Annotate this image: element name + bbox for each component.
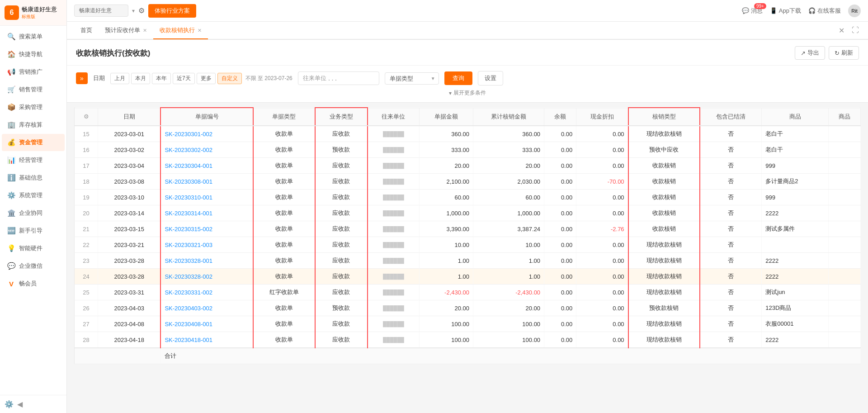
date-filter-label: 日期 [93, 74, 105, 82]
new-icon: 🆕 [7, 227, 15, 235]
message-button[interactable]: 💬 消息 99+ [742, 7, 763, 15]
more-date-btn[interactable]: 更多 [197, 73, 216, 84]
this-year-btn[interactable]: 本年 [152, 73, 171, 84]
tab-label: 首页 [80, 26, 92, 34]
topbar-right: 💬 消息 99+ 📱 App下载 🎧 在线客服 Rit [742, 5, 861, 17]
cell-amount: -2,430.00 [420, 285, 473, 300]
sidebar-item-member[interactable]: V 畅会员 [2, 275, 65, 292]
order-type-select[interactable]: 单据类型 [385, 72, 439, 85]
cell-balance: 0.00 [544, 269, 576, 285]
tab-home[interactable]: 首页 [74, 22, 99, 39]
tab-close-icon[interactable]: ✕ [198, 28, 202, 33]
th-singleno: 单据编号 [160, 108, 253, 126]
sidebar-item-guide[interactable]: 🆕 新手引导 [2, 222, 65, 239]
cell-goodsmore [828, 174, 860, 190]
query-button[interactable]: 查询 [444, 71, 472, 85]
sidebar-item-quicknav[interactable]: 🏠 快捷导航 [2, 46, 65, 63]
cell-includeclosed: 否 [700, 126, 761, 142]
order-type-select-wrapper: 单据类型 [385, 72, 439, 85]
sidebar-item-marketing[interactable]: 📢 营销推广 [2, 63, 65, 81]
cell-singletype: 红字收款单 [253, 285, 315, 300]
cell-closetype: 收款核销 [628, 190, 700, 205]
sidebar-item-finance[interactable]: 💰 资金管理 [2, 134, 65, 151]
cell-singleno[interactable]: SK-20230408-001 [160, 316, 253, 332]
export-button[interactable]: ↗ 导出 [795, 46, 825, 60]
cell-singleno[interactable]: SK-20230304-001 [160, 158, 253, 174]
settings-bottom-icon[interactable]: ⚙️ [5, 400, 14, 408]
sidebar-item-operations[interactable]: 📊 经营管理 [2, 152, 65, 169]
last7days-btn[interactable]: 近7天 [173, 73, 195, 84]
cart-icon: 🛒 [7, 85, 15, 94]
filter-row: » 日期 上月 本月 本年 近7天 更多 自定义 不限 至 2023-07-26… [76, 71, 859, 85]
cell-singleno[interactable]: SK-20230418-001 [160, 332, 253, 348]
sidebar-item-basic[interactable]: ℹ️ 基础信息 [2, 169, 65, 186]
main-area: 畅康道好生意 ▾ ⚙ 体验行业方案 💬 消息 99+ 📱 App下载 🎧 在线客… [67, 0, 868, 413]
cell-includeclosed: 否 [700, 332, 761, 348]
cell-index: 28 [75, 332, 98, 348]
tab-close-window-icon[interactable]: ✕ [837, 24, 846, 37]
filter-expand-button[interactable]: » [76, 72, 88, 84]
cell-date: 2023-03-01 [98, 126, 161, 142]
brand-selector[interactable]: 畅康道好生意 [74, 5, 128, 17]
sidebar-item-system[interactable]: ⚙️ 系统管理 [2, 187, 65, 204]
sidebar-item-label: 销售管理 [19, 85, 42, 94]
collapse-icon[interactable]: ◀ [17, 400, 23, 408]
cell-singleno[interactable]: SK-20230301-002 [160, 126, 253, 142]
settings-icon[interactable]: ⚙ [84, 113, 89, 120]
table-footer: 合计 [75, 348, 861, 364]
cell-singleno[interactable]: SK-20230302-002 [160, 142, 253, 158]
this-month-btn[interactable]: 本月 [131, 73, 150, 84]
tab-prereceipt[interactable]: 预计应收付单 ✕ [99, 22, 153, 39]
customer-filter-input[interactable]: 往来单位 ... [298, 71, 379, 85]
table-row: 272023-04-08SK-20230408-001收款单应收款██████1… [75, 316, 861, 332]
cell-balance: 0.00 [544, 126, 576, 142]
solution-button[interactable]: 体验行业方案 [148, 4, 196, 18]
table-body: 152023-03-01SK-20230301-002收款单应收款██████3… [75, 126, 861, 348]
sidebar-item-search[interactable]: 🔍 搜索菜单 [2, 28, 65, 45]
sidebar-nav: 🔍 搜索菜单 🏠 快捷导航 📢 营销推广 🛒 销售管理 📦 采购管理 🏢 库存核… [0, 26, 66, 395]
refresh-button[interactable]: ↻ 刷新 [829, 46, 859, 60]
enterprise-icon: 🏛️ [7, 209, 15, 217]
cell-singletype: 收款单 [253, 205, 315, 221]
sidebar-item-inventory[interactable]: 🏢 库存核算 [2, 116, 65, 133]
sidebar-item-purchase[interactable]: 📦 采购管理 [2, 99, 65, 116]
last-month-btn[interactable]: 上月 [110, 73, 129, 84]
cell-singleno[interactable]: SK-20230314-001 [160, 205, 253, 221]
sidebar-item-label: 资金管理 [19, 138, 42, 147]
cell-goods: 老白干 [762, 126, 829, 142]
sidebar-item-enterprise[interactable]: 🏛️ 企业协同 [2, 204, 65, 222]
cell-index: 21 [75, 221, 98, 237]
export-icon: ↗ [801, 50, 806, 57]
tab-maximize-icon[interactable]: ⛶ [850, 24, 861, 37]
cell-goodsmore [828, 237, 860, 253]
cell-biztype: 应收款 [315, 221, 368, 237]
cell-singleno[interactable]: SK-20230321-003 [160, 237, 253, 253]
table-row: 202023-03-14SK-20230314-001收款单应收款██████1… [75, 205, 861, 221]
user-avatar[interactable]: Rit [848, 5, 861, 17]
cell-cashdiscount: 0.00 [576, 269, 628, 285]
cell-singleno[interactable]: SK-20230310-001 [160, 190, 253, 205]
filter-settings-button[interactable]: 设置 [478, 71, 503, 85]
topbar: 畅康道好生意 ▾ ⚙ 体验行业方案 💬 消息 99+ 📱 App下载 🎧 在线客… [67, 0, 868, 22]
app-download-button[interactable]: 📱 App下载 [770, 7, 801, 15]
sidebar-item-wechat[interactable]: 💬 企业微信 [2, 257, 65, 275]
cell-singleno[interactable]: SK-20230331-002 [160, 285, 253, 300]
topbar-gear-icon[interactable]: ⚙ [138, 6, 145, 15]
th-settings[interactable]: ⚙ [75, 108, 98, 126]
sidebar-item-hardware[interactable]: 💡 智能硬件 [2, 240, 65, 257]
online-service-button[interactable]: 🎧 在线客服 [808, 7, 841, 15]
sidebar-item-sales[interactable]: 🛒 销售管理 [2, 81, 65, 98]
cell-singleno[interactable]: SK-20230308-001 [160, 174, 253, 190]
cell-singleno[interactable]: SK-20230328-001 [160, 253, 253, 269]
cell-singleno[interactable]: SK-20230403-002 [160, 300, 253, 316]
cell-singleno[interactable]: SK-20230328-002 [160, 269, 253, 285]
cell-singleno[interactable]: SK-20230315-002 [160, 221, 253, 237]
custom-date-btn[interactable]: 自定义 [217, 73, 242, 84]
cell-includeclosed: 否 [700, 205, 761, 221]
cell-balance: 0.00 [544, 142, 576, 158]
cell-singletype: 收款单 [253, 190, 315, 205]
expand-more-button[interactable]: ▾ 展开更多条件 [449, 89, 486, 97]
cell-customer: ██████ [368, 205, 420, 221]
tab-writeoff[interactable]: 收款核销执行 ✕ [153, 22, 208, 39]
tab-close-icon[interactable]: ✕ [143, 28, 147, 33]
